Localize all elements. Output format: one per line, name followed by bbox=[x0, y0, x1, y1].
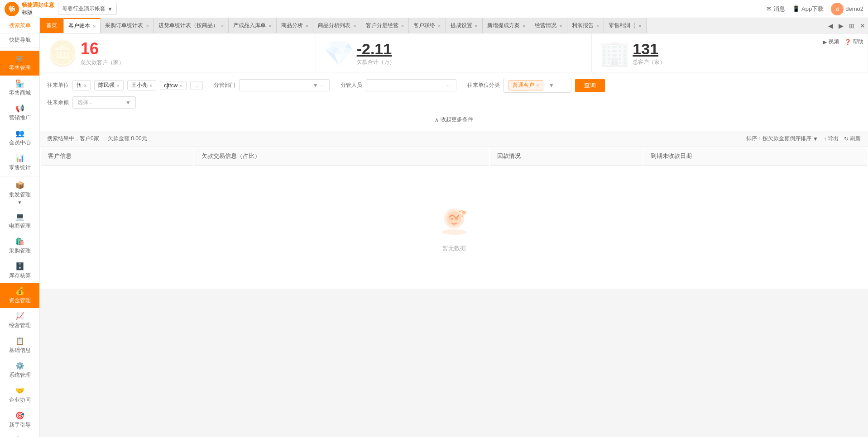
tab-commission-settings[interactable]: 提成设置 × bbox=[446, 18, 483, 33]
tab-prev-btn[interactable]: ◀ bbox=[825, 18, 836, 33]
tab-label: 客户分层经营 bbox=[366, 22, 398, 29]
message-btn[interactable]: ✉ 消息 bbox=[767, 5, 785, 13]
close-tab-btn[interactable]: × bbox=[438, 23, 441, 28]
tab-next-btn[interactable]: ▶ bbox=[836, 18, 846, 33]
sidebar-item-finance[interactable]: 💰 资金管理 bbox=[0, 283, 39, 308]
tab-profit-report[interactable]: 利润报告 × bbox=[567, 18, 604, 33]
close-tab-btn[interactable]: × bbox=[93, 24, 96, 29]
app-download-btn[interactable]: 📱 App下载 bbox=[792, 5, 824, 13]
remove-tag-cjttcw[interactable]: × bbox=[179, 83, 182, 88]
video-help-btn[interactable]: ▶ 视频 bbox=[823, 38, 839, 46]
sidebar-item-operation[interactable]: 📈 经营管理 bbox=[0, 308, 39, 333]
app-title: 畅捷通好生意 bbox=[22, 2, 54, 9]
dept-filter-select[interactable]: ▼ ··· bbox=[239, 79, 330, 91]
refresh-btn[interactable]: ↻ 刷新 bbox=[844, 135, 861, 142]
stat-bg-diamond-icon: 💎 bbox=[323, 38, 355, 67]
close-tab-btn[interactable]: × bbox=[523, 23, 525, 28]
sidebar-search[interactable]: 搜索菜单 bbox=[0, 18, 39, 33]
tab-customer-contact[interactable]: 客户联络 × bbox=[409, 18, 446, 33]
sidebar-item-basic-info[interactable]: 📋 基础信息 bbox=[0, 333, 39, 358]
sidebar-item-system[interactable]: ⚙️ 系统管理 bbox=[0, 358, 39, 383]
tab-label: 采购订单统计表 bbox=[105, 22, 143, 29]
result-bar: 搜索结果中，客户0家 欠款金额 0.00元 排序：按欠款金额倒序排序 ▼ ↑ 导… bbox=[40, 131, 868, 147]
tab-purchase-order-stats[interactable]: 采购订单统计表 × bbox=[101, 18, 153, 33]
tab-customer-tier[interactable]: 客户分层经营 × bbox=[361, 18, 409, 33]
unit-type-filter-select[interactable]: 普通客户 × ▼ bbox=[504, 78, 571, 93]
tab-retail-profit[interactable]: 零售利润（ × bbox=[604, 18, 646, 33]
data-table: 客户信息 欠款交易信息（占比） 回款情况 到期未收款日期 bbox=[40, 147, 868, 166]
tab-customer-ledger[interactable]: 客户账本 × bbox=[64, 18, 101, 33]
store-selector[interactable]: 母婴行业演示帐套 ▼ bbox=[58, 3, 117, 15]
close-tab-btn[interactable]: × bbox=[596, 23, 599, 28]
sidebar-item-inventory[interactable]: 🗄️ 库存核算 bbox=[0, 258, 39, 283]
close-tab-btn[interactable]: × bbox=[638, 23, 641, 28]
sidebar-item-marketing[interactable]: 📢 营销推广 bbox=[0, 100, 39, 125]
close-tab-btn[interactable]: × bbox=[146, 23, 149, 28]
close-tab-btn[interactable]: × bbox=[475, 23, 478, 28]
export-btn[interactable]: ↑ 导出 bbox=[824, 135, 839, 142]
stat-card-overdue-customers: 🪙 16 总欠款客户（家） bbox=[40, 33, 316, 72]
sidebar-item-appstore[interactable]: 🔧 应用中心 bbox=[0, 432, 39, 437]
close-tab-btn[interactable]: × bbox=[401, 23, 404, 28]
stat-label-3: 总客户（家） bbox=[633, 58, 665, 66]
filter-tag-wu: 伍 × bbox=[72, 80, 91, 90]
tab-home[interactable]: 首页 bbox=[40, 18, 64, 33]
sidebar-quick-nav[interactable]: 快捷导航 bbox=[0, 33, 39, 47]
sidebar-item-purchase[interactable]: 🛍️ 采购管理 bbox=[0, 233, 39, 258]
balance-filter-select[interactable]: 选择... ▼ bbox=[72, 96, 136, 109]
collapse-btn[interactable]: ∧ 收起更多条件 bbox=[433, 114, 475, 125]
message-icon: ✉ bbox=[767, 5, 772, 12]
app-download-label: App下载 bbox=[801, 5, 824, 13]
tab-label: 经营情况 bbox=[535, 22, 556, 29]
help-btn[interactable]: ❓ 帮助 bbox=[844, 38, 863, 46]
close-tab-btn[interactable]: × bbox=[353, 23, 356, 28]
tab-label: 提成设置 bbox=[451, 22, 472, 29]
sidebar-item-retail-stats[interactable]: 📊 零售统计 bbox=[0, 150, 39, 175]
tab-actions: ◀ ▶ ⊞ ✕ bbox=[825, 18, 868, 33]
remove-tag-wang[interactable]: × bbox=[149, 83, 152, 88]
tab-product-analysis[interactable]: 商品分析 × bbox=[277, 18, 313, 33]
close-tab-btn[interactable]: × bbox=[306, 23, 308, 28]
remove-unit-type-btn[interactable]: × bbox=[536, 82, 539, 89]
tab-purchase-stats-by-product[interactable]: 进货单统计表（按商品） × bbox=[154, 18, 229, 33]
svg-point-2 bbox=[447, 211, 461, 226]
remove-tag-wu[interactable]: × bbox=[84, 83, 86, 88]
result-amount: 欠款金额 0.00元 bbox=[108, 135, 147, 142]
dept-filter-label: 分管部门 bbox=[214, 81, 235, 89]
remove-tag-chen[interactable]: × bbox=[116, 83, 119, 88]
tab-production-inbound[interactable]: 产成品入库单 × bbox=[229, 18, 276, 33]
person-more-icon: ··· bbox=[447, 82, 451, 89]
finance-icon: 💰 bbox=[15, 287, 24, 295]
page-content: 🪙 16 总欠款客户（家） 💎 -2.11 欠款合计（万） bbox=[40, 33, 868, 437]
person-filter-select[interactable]: ··· bbox=[366, 79, 456, 91]
balance-filter-label: 往来余额 bbox=[47, 99, 69, 106]
svg-point-5 bbox=[462, 211, 466, 214]
tab-add-commission[interactable]: 新增提成方案 × bbox=[483, 18, 530, 33]
query-button[interactable]: 查询 bbox=[575, 79, 605, 92]
tab-product-analysis-list[interactable]: 商品分析列表 × bbox=[313, 18, 361, 33]
tab-close-all-btn[interactable]: ✕ bbox=[857, 18, 868, 33]
user-menu[interactable]: d demo2 bbox=[831, 3, 863, 15]
close-tab-btn[interactable]: × bbox=[269, 23, 271, 28]
tab-business-status[interactable]: 经营情况 × bbox=[530, 18, 567, 33]
stat-label-2: 欠款合计（万） bbox=[357, 58, 395, 66]
filter-section: 往来单位 伍 × 陈民强 × 王小亮 × bbox=[40, 72, 868, 131]
app-subtitle: 标版 bbox=[22, 9, 54, 16]
svg-point-3 bbox=[451, 218, 453, 220]
sidebar-item-member[interactable]: 👥 会员中心 bbox=[0, 125, 39, 150]
close-tab-btn[interactable]: × bbox=[221, 23, 224, 28]
sidebar-item-label: 基础信息 bbox=[9, 347, 31, 354]
col-overdue-tx: 欠款交易信息（占比） bbox=[194, 147, 489, 166]
basic-info-icon: 📋 bbox=[15, 337, 24, 345]
sidebar-item-collab[interactable]: 🤝 企业协同 bbox=[0, 383, 39, 408]
close-tab-btn[interactable]: × bbox=[559, 23, 562, 28]
sidebar-item-ecommerce[interactable]: 💻 电商管理 bbox=[0, 209, 39, 233]
sidebar-item-retail-mgmt[interactable]: 🛒 零售管理 bbox=[0, 51, 39, 76]
sidebar-item-guide[interactable]: 🎯 新手引导 bbox=[0, 408, 39, 432]
sort-select[interactable]: 排序：按欠款金额倒序排序 ▼ bbox=[746, 135, 818, 142]
tab-expand-btn[interactable]: ⊞ bbox=[846, 18, 857, 33]
sidebar-item-retail-mall[interactable]: 🏪 零售商城 bbox=[0, 76, 39, 100]
sidebar-item-wholesale[interactable]: 📦 批发管理 ▼ bbox=[0, 177, 39, 209]
logo: 畅 畅捷通好生意 标版 bbox=[5, 2, 54, 16]
more-tags-btn[interactable]: ... bbox=[190, 81, 203, 90]
